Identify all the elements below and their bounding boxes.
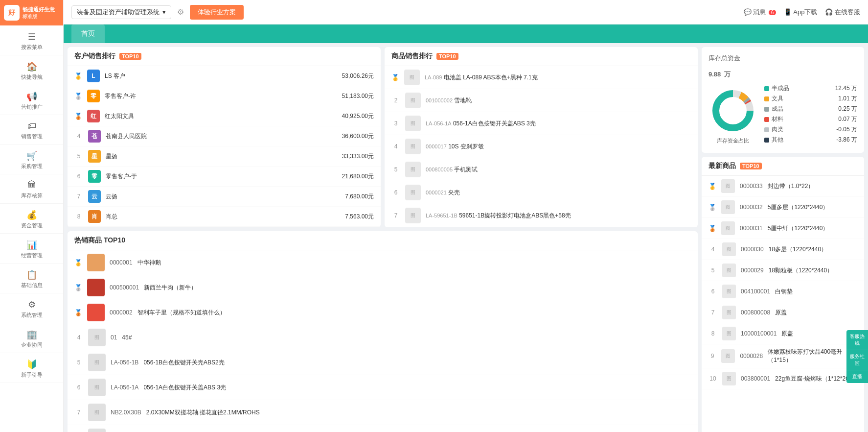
floating-service-btn-2[interactable]: 直播	[846, 370, 868, 383]
floating-service-btn-0[interactable]: 客服热线	[846, 330, 868, 350]
rank-medal-icon: 🥉	[708, 225, 716, 232]
sidebar-item-label: 资金管理	[21, 222, 43, 229]
image-placeholder-icon: 图	[726, 204, 731, 211]
list-item: 🥈 000500001 新西兰牛肉（新牛）	[68, 275, 698, 300]
sidebar-item-marketing[interactable]: 📢营销推广	[0, 85, 63, 115]
product-code: 001000002	[426, 97, 453, 103]
product-name: 手机测试	[454, 166, 478, 173]
floating-service-btn-1[interactable]: 服务社区	[846, 350, 868, 370]
rank-number: 5	[708, 267, 717, 274]
sidebar-item-guide[interactable]: 🔰新手引导	[0, 353, 63, 383]
product-name: 59651-1B旋转投影灯电池盒ABS黑色+58壳	[459, 212, 571, 219]
new-products-badge: TOP10	[740, 163, 762, 169]
legend-color-dot	[764, 96, 769, 101]
product-code: 0000030	[741, 246, 764, 253]
sidebar-item-finance[interactable]: 💰资金管理	[0, 204, 63, 234]
image-placeholder-icon: 图	[94, 409, 99, 416]
sidebar-item-system[interactable]: ⚙系统管理	[0, 293, 63, 323]
sidebar-logo: 好 畅捷通好生意 标准版	[0, 0, 63, 25]
sidebar-item-purchase[interactable]: 🛒采购管理	[0, 144, 63, 174]
rank-number: 7	[391, 212, 400, 219]
rank-number: 4	[74, 133, 83, 140]
sales-ranking-title: 客户销售排行	[74, 52, 115, 61]
sidebar-item-enterprise[interactable]: 🏢企业协同	[0, 323, 63, 353]
inventory-unit: 万	[724, 71, 731, 78]
new-products-panel: 最新商品 TOP10 🥇 图 0000033 封边带（1.0*22） 🥈 图 0…	[702, 157, 864, 432]
product-sales-header: 商品销售排行 TOP10	[385, 47, 698, 66]
product-thumbnail: 图	[722, 327, 736, 340]
message-icon: 💬	[744, 8, 752, 16]
rank-medal-icon: 🥉	[74, 113, 82, 120]
sales-ranking-list: 🥇 L LS 客户 53,006.26元 🥈 零 零售客户-许 51,183.0…	[68, 66, 381, 227]
sidebar-item-label: 搜索菜单	[21, 44, 43, 51]
logo-icon: 好	[4, 5, 20, 21]
sales-amount: 40,925.00元	[342, 112, 374, 120]
product-image: 图	[404, 70, 420, 85]
headset-icon: 🎧	[825, 8, 833, 16]
image-placeholder-icon: 图	[727, 288, 731, 295]
product-sales-title: 商品销售排行	[391, 52, 433, 61]
sidebar-item-label: 新手引导	[21, 371, 43, 379]
product-code: 003800001	[741, 375, 770, 382]
product-code: 0000028	[740, 353, 763, 360]
rank-medal-icon: 🥈	[74, 284, 82, 291]
product-thumbnail: 图	[722, 264, 736, 277]
product-image: 图	[405, 185, 421, 200]
product-name: 056-1B白色按键开关壳ABS2壳	[143, 359, 224, 367]
image-placeholder-icon: 图	[727, 330, 731, 337]
sidebar-item-search[interactable]: ☰搜索菜单	[0, 25, 63, 55]
image-placeholder-icon: 图	[726, 353, 731, 360]
sidebar-menu: ☰搜索菜单🏠快捷导航📢营销推广🏷销售管理🛒采购管理🏛库存核算💰资金管理📊经营管理…	[0, 25, 63, 432]
list-item: 🥇 图 0000033 封边带（1.0*22）	[702, 176, 864, 197]
floating-service: 客服热线服务社区直播	[846, 330, 868, 383]
main-area: 装备及固定资产辅助管理系统 ▾ ⚙ 体验行业方案 💬 消息 6 📱 App下载 …	[64, 0, 868, 432]
sidebar-item-ops[interactable]: 📊经营管理	[0, 234, 63, 264]
product-image: 图	[405, 116, 421, 131]
product-code: 0000032	[740, 204, 763, 211]
table-row: 4 苍 苍南县人民医院 36,600.00元	[68, 126, 381, 146]
sidebar-item-quick-nav[interactable]: 🏠快捷导航	[0, 55, 63, 85]
product-code: NB2.0X30B	[111, 409, 141, 416]
header: 装备及固定资产辅助管理系统 ▾ ⚙ 体验行业方案 💬 消息 6 📱 App下载 …	[64, 0, 868, 24]
product-code: 000800008	[741, 309, 770, 316]
list-item: 5 图 0000029 18颗粒板（1220*2440）	[702, 260, 864, 281]
customer-name: 红太阳文具	[105, 112, 337, 120]
product-thumbnail: 图	[722, 242, 736, 256]
sales-amount: 36,600.00元	[342, 132, 374, 141]
content: 客户销售排行 TOP10 🥇 L LS 客户 53,006.26元 🥈 零 零售…	[64, 43, 868, 432]
table-row: 4 图 0000017 10S 变刹罗彀	[385, 135, 698, 158]
legend-value: -3.86 万	[836, 136, 857, 144]
image-placeholder-icon: 图	[727, 309, 731, 316]
rank-number: 5	[391, 166, 400, 173]
sidebar-item-sales[interactable]: 🏷销售管理	[0, 115, 63, 144]
product-thumbnail: 图	[722, 285, 736, 298]
product-name: 18多层（1220*2440）	[769, 245, 827, 254]
product-image: 图	[405, 139, 421, 154]
product-name: 45#	[122, 334, 132, 341]
product-name: 新西兰牛肉（新牛）	[144, 284, 197, 292]
message-link[interactable]: 💬 消息 6	[744, 8, 777, 17]
customer-name: 零售客户-许	[105, 92, 337, 100]
hot-products-panel: 热销商品 TOP10 🥇 0000001 中华神鹅 🥈 000500001 新西…	[68, 231, 698, 432]
list-item: 6 图 004100001 白钢垫	[702, 281, 864, 302]
settings-icon[interactable]: ⚙	[177, 7, 184, 17]
sales-amount: 7,680.00元	[345, 192, 374, 201]
search-icon: ☰	[28, 31, 36, 42]
sidebar-item-inventory[interactable]: 🏛库存核算	[0, 174, 63, 204]
product-image: 图	[405, 93, 421, 108]
system-select[interactable]: 装备及固定资产辅助管理系统 ▾	[71, 5, 171, 19]
app-download-link[interactable]: 📱 App下载	[784, 8, 817, 17]
rank-medal-icon: 🥈	[74, 93, 82, 100]
product-code: 01	[111, 334, 117, 341]
legend-item: 肉类 -0.05 万	[764, 125, 857, 134]
avatar: 零	[87, 90, 100, 102]
sidebar-item-base[interactable]: 📋基础信息	[0, 264, 63, 293]
tab-home[interactable]: 首页	[71, 24, 105, 43]
rank-number: 7	[74, 193, 83, 200]
online-service-link[interactable]: 🎧 在线客服	[825, 8, 860, 17]
rank-number: 4	[708, 246, 717, 253]
product-sales-badge: TOP10	[436, 53, 458, 60]
trial-button[interactable]: 体验行业方案	[190, 5, 244, 20]
sales-amount: 53,006.26元	[342, 72, 374, 80]
customer-name: 零售客户-于	[106, 172, 337, 181]
